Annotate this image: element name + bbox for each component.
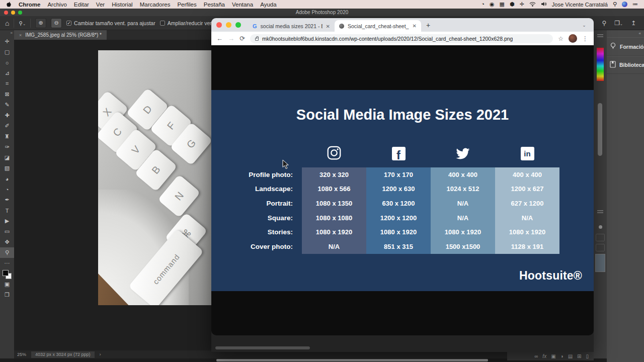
color-swatches[interactable] [3,270,12,279]
color-spectrum-slider[interactable] [597,48,604,81]
status-icon-1[interactable]: ◔ [481,2,485,7]
wifi-icon[interactable] [529,2,536,8]
ps-close-button[interactable] [4,11,8,15]
chrome-fullscreen-button[interactable] [235,22,241,28]
menu-ventana[interactable]: Ventana [232,2,253,8]
url-text[interactable]: mk0hootsuiteblof6bud.kinstacdn.com/wp-co… [262,36,513,42]
ps-zoom-button[interactable] [18,11,22,15]
reload-button[interactable]: ⟳ [239,35,245,42]
frame-tool[interactable]: ⊠ [0,89,14,100]
gradient-tool[interactable]: ▧ [0,163,14,173]
workspace-switcher-icon[interactable]: ❐⌄ [614,20,623,27]
layer-group-icon[interactable]: ▤ [568,353,573,359]
chrome-close-button[interactable] [216,22,222,28]
move-tool[interactable]: ✛ [0,36,14,47]
healing-brush-tool[interactable]: ✚ [0,110,14,121]
eraser-tool[interactable]: ◪ [0,152,14,163]
hand-tool[interactable]: ✥ [0,237,14,247]
pen-tool[interactable]: ✒ [0,195,14,205]
menu-bar-username[interactable]: Jose Vicente Carratalá [552,2,608,8]
menu-perfiles[interactable]: Perfiles [177,2,196,8]
foreground-color[interactable] [3,270,9,276]
profile-avatar[interactable] [569,34,577,43]
forward-button[interactable]: → [228,35,234,42]
address-bar[interactable]: mk0hootsuiteblof6bud.kinstacdn.com/wp-co… [250,34,553,43]
history-brush-tool[interactable]: ✑ [0,142,14,152]
shape-tool[interactable]: ▭ [0,226,14,237]
adjustment-layer-icon[interactable]: ◑ [560,353,564,359]
checkbox-fit-window[interactable] [66,21,71,26]
tab-search-icon[interactable]: ⌄ [581,22,588,29]
document-tab[interactable]: × IMG_2585.jpeg al 25% (RGB/8*) * [14,30,107,40]
marquee-tool[interactable]: ▢ [0,47,14,57]
menu-pestana[interactable]: Pestaña [204,2,225,8]
panel-dropdown-2[interactable] [596,244,605,251]
screen-mode-button[interactable]: ❐ [0,290,14,300]
crop-tool[interactable]: ⌗ [0,78,14,89]
document-close-icon[interactable]: × [19,33,22,38]
menu-historial[interactable]: Historial [112,2,133,8]
control-center-icon[interactable]: ≔ [632,2,638,7]
back-button[interactable]: ← [216,35,223,42]
creative-cloud-icon[interactable]: ◉ [490,2,495,7]
zoom-out-button[interactable]: ⊖ [51,18,62,28]
blur-tool[interactable]: ◕ [0,173,14,184]
type-tool[interactable]: T [0,205,14,216]
checkbox-resize-window[interactable] [160,21,165,26]
new-layer-icon[interactable]: ⊞ [577,353,581,359]
new-tab-button[interactable]: + [426,21,430,29]
apple-logo-icon[interactable] [6,1,12,8]
chrome-hscrollbar-thumb[interactable] [215,346,310,349]
keyboard-layout-icon[interactable]: ▦ [500,2,505,7]
delete-layer-icon[interactable]: ▯ [586,353,589,359]
path-selection-tool[interactable]: ▶ [0,216,14,226]
toolstrip-collapse-icon[interactable]: » [11,30,14,36]
layer-thumbnail[interactable] [595,254,605,272]
more-tools-icon[interactable]: ⋯ [0,258,14,268]
ps-scrollbar-thumb[interactable] [216,359,488,361]
dock-collapse-icon[interactable]: « [607,30,644,37]
quick-mask-button[interactable]: ▣ [0,279,14,290]
layer-style-icon[interactable]: fx [542,353,546,359]
chrome-menu-icon[interactable]: ⋮ [582,35,589,42]
status-zoom-level[interactable]: 25% [17,352,26,357]
share-icon[interactable]: ↥ [631,20,636,27]
layer-mask-icon[interactable]: ▣ [551,353,555,359]
status-chevron-icon[interactable]: › [100,352,101,357]
tab-close-icon[interactable]: ✕ [413,23,417,29]
displays-icon[interactable]: ✛ [520,2,524,7]
menu-ver[interactable]: Ver [96,2,105,8]
lasso-tool[interactable]: ○ [0,57,14,68]
menu-ayuda[interactable]: Ayuda [260,2,276,8]
object-selection-tool[interactable]: ⊿ [0,68,14,78]
chrome-toolbar: ← → ⟳ mk0hootsuiteblof6bud.kinstacdn.com… [211,32,594,45]
volume-icon[interactable] [541,2,547,8]
dodge-tool[interactable]: ◔ [0,184,14,195]
ps-minimize-button[interactable] [11,11,15,15]
menu-archivo[interactable]: Archivo [47,2,66,8]
brush-tool[interactable]: ✐ [0,121,14,131]
tab-google-search[interactable]: G social media sizes 2021 - Búsq ✕ [248,21,335,32]
tab-cheat-sheet[interactable]: Social_card_cheat-sheet_1200 ✕ [335,20,421,32]
siri-icon[interactable] [622,2,627,7]
panel-dropdown-1[interactable] [596,234,605,241]
bookmark-star-icon[interactable]: ☆ [558,35,564,42]
zoom-in-button[interactable]: ⊕ [35,18,46,28]
zoom-tool-preset-icon[interactable]: ⚲⌄ [19,20,26,26]
menu-chrome[interactable]: Chrome [19,2,40,8]
panel-scrollbar[interactable] [598,103,602,156]
tab-close-icon[interactable]: ✕ [326,24,330,29]
panel-formacion[interactable]: Formación [607,37,644,56]
eyedropper-tool[interactable]: ✎ [0,100,14,110]
menu-marcadores[interactable]: Marcadores [140,2,171,8]
panel-bibliotecas[interactable]: Bibliotecas [607,56,644,74]
zoom-tool[interactable]: ⚲ [0,247,14,258]
clone-stamp-tool[interactable]: ♜ [0,131,14,142]
status-icon-2[interactable]: ⬢ [510,2,515,7]
link-layers-icon[interactable]: ∞ [534,353,538,359]
ps-search-icon[interactable]: ⚲ [602,20,607,27]
spotlight-icon[interactable]: ⚲ [613,2,617,7]
menu-editar[interactable]: Editar [74,2,89,8]
home-icon[interactable]: ⌂ [5,19,9,27]
chrome-minimize-button[interactable] [226,22,231,28]
